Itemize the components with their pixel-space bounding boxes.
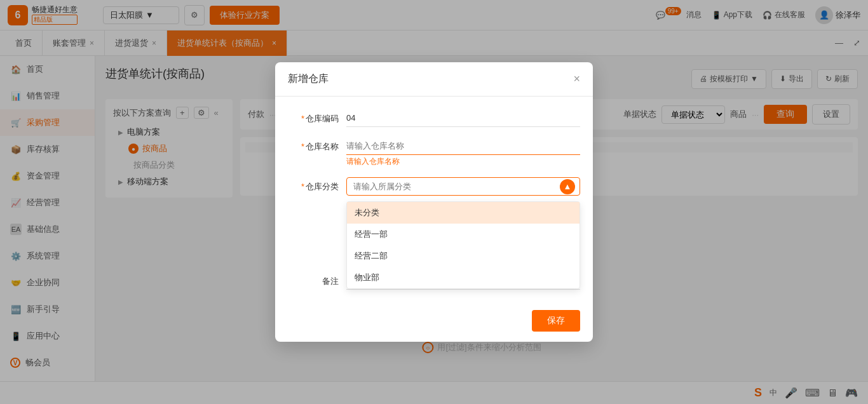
modal-title: 新增仓库: [288, 72, 329, 86]
modal-close-button[interactable]: ×: [573, 72, 580, 86]
new-warehouse-modal: 新增仓库 × 仓库编码 仓库名称 请输入仓库名称 仓库分类 ▲: [275, 62, 593, 342]
form-row-code: 仓库编码: [288, 109, 580, 127]
category-dropdown-list: 未分类 经营一部 经营二部 物业部: [346, 201, 580, 289]
save-button[interactable]: 保存: [532, 310, 580, 332]
dropdown-wrap: ▲: [346, 177, 580, 196]
form-row-category: 仓库分类 ▲ 未分类 经营一部 经营二部 物业部: [288, 177, 580, 196]
code-label: 仓库编码: [288, 109, 339, 125]
name-error-msg: 请输入仓库名称: [346, 156, 580, 167]
dropdown-item-uncategorized[interactable]: 未分类: [347, 202, 580, 224]
category-input[interactable]: [346, 177, 580, 196]
modal-body: 仓库编码 仓库名称 请输入仓库名称 仓库分类 ▲ 未分类: [275, 97, 593, 290]
name-label: 仓库名称: [288, 137, 339, 152]
code-input[interactable]: [346, 109, 580, 127]
name-control: 请输入仓库名称: [346, 137, 580, 167]
dropdown-arrow-button[interactable]: ▲: [560, 179, 575, 194]
category-label: 仓库分类: [288, 177, 339, 192]
category-control: ▲ 未分类 经营一部 经营二部 物业部: [346, 177, 580, 196]
name-input[interactable]: [346, 137, 580, 155]
modal-header: 新增仓库 ×: [275, 62, 593, 97]
dropdown-item-dept2[interactable]: 经营二部: [347, 245, 580, 267]
note-label: 备注: [288, 272, 339, 287]
code-control: [346, 109, 580, 127]
form-row-name: 仓库名称 请输入仓库名称: [288, 137, 580, 167]
dropdown-item-dept3[interactable]: 物业部: [347, 267, 580, 288]
dropdown-item-dept1[interactable]: 经营一部: [347, 224, 580, 245]
modal-footer: 保存: [275, 300, 593, 342]
